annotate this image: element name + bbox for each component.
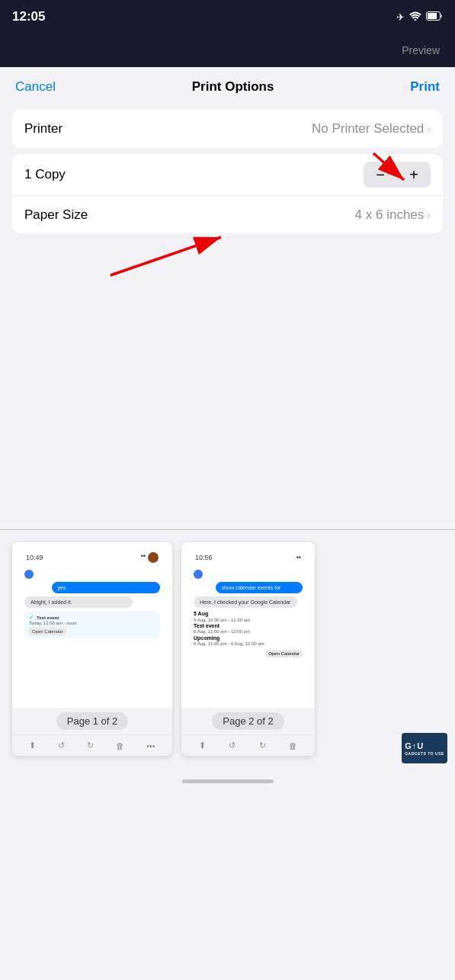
thumb-toolbar-1: ⬆ ↺ ↻ 🗑 ••• xyxy=(12,734,172,756)
page-1-content: 10:49 •• yes Alright, I added it. ✓ xyxy=(12,542,172,708)
thumb-dots-icon: •• xyxy=(141,552,146,563)
thumb-avatar xyxy=(148,552,159,563)
share-icon-2[interactable]: ⬆ xyxy=(199,741,206,750)
thumb-msg-added: Alright, I added it. xyxy=(24,596,133,608)
copy-label: 1 Copy xyxy=(24,167,66,182)
svg-point-0 xyxy=(415,19,417,21)
cancel-button[interactable]: Cancel xyxy=(15,79,56,95)
page-1-thumbnail[interactable]: 10:49 •• yes Alright, I added it. ✓ xyxy=(12,542,172,756)
preview-label: Preview xyxy=(402,44,440,56)
thumb-open-cal-1: Open Calendar xyxy=(29,628,66,635)
status-bar: 12:05 ✈ xyxy=(0,0,455,34)
page-2-label: Page 2 of 2 xyxy=(212,712,284,730)
thumb-chat-1: yes Alright, I added it. ✓ Test event To… xyxy=(20,565,165,646)
thumb-time-3: 5 Aug, 11:00 pm - 6 Aug, 12:00 am xyxy=(194,641,303,646)
paper-size-label: Paper Size xyxy=(24,207,88,223)
paper-size-value: 4 x 6 inches › xyxy=(355,207,431,223)
thumb-toolbar-2: ⬆ ↺ ↻ 🗑 xyxy=(181,734,315,756)
share-icon[interactable]: ⬆ xyxy=(29,741,36,750)
paper-size-row[interactable]: Paper Size 4 x 6 inches › xyxy=(12,195,443,233)
thumb-upcoming: Upcoming xyxy=(194,635,303,641)
rotate-right-icon-2[interactable]: ↻ xyxy=(259,741,266,750)
copy-row: 1 Copy − + xyxy=(12,154,443,195)
thumb-status-2: 10:56 •• xyxy=(189,550,307,565)
decrement-button[interactable]: − xyxy=(364,162,397,188)
rotate-left-icon-2[interactable]: ↺ xyxy=(229,741,236,750)
page-2-label-bar: Page 2 of 2 xyxy=(181,708,315,734)
thumb-status-1: 10:49 •• xyxy=(20,550,165,565)
svg-rect-2 xyxy=(428,13,437,19)
thumb-time-2: 5 Aug, 11:00 am - 12:00 pm xyxy=(194,629,303,634)
options-card: 1 Copy − + Paper Size 4 x 6 inches › xyxy=(12,154,443,233)
thumb-chat-2: show calendar events for Here, I checked… xyxy=(189,565,307,653)
thumb-assistant-dot-2 xyxy=(194,570,203,579)
rotate-left-icon[interactable]: ↺ xyxy=(58,741,65,750)
thumb-event-1: ✓ Test event Today, 11:00 am - noon Open… xyxy=(24,611,160,638)
printer-value: No Printer Selected › xyxy=(312,121,431,137)
rotate-right-icon[interactable]: ↻ xyxy=(87,741,94,750)
status-icons: ✈ xyxy=(396,11,443,23)
copy-stepper: − + xyxy=(364,162,431,188)
thumb-time-1: 5 Aug, 10:30 am - 11:30 am xyxy=(194,618,303,622)
printer-row[interactable]: Printer No Printer Selected › xyxy=(12,110,443,148)
more-icon[interactable]: ••• xyxy=(146,741,155,750)
empty-space xyxy=(0,239,455,529)
watermark: G↑U GADGETS TO USE xyxy=(402,733,447,763)
trash-icon[interactable]: 🗑 xyxy=(116,741,124,750)
airplane-icon: ✈ xyxy=(396,11,405,23)
page-1-label-bar: Page 1 of 2 xyxy=(12,708,172,734)
page-1-label: Page 1 of 2 xyxy=(56,712,129,730)
paper-size-chevron: › xyxy=(427,209,431,221)
printer-chevron: › xyxy=(427,123,431,135)
thumbnails-area: 10:49 •• yes Alright, I added it. ✓ xyxy=(0,530,455,768)
status-time: 12:05 xyxy=(12,9,45,24)
thumb-msg-yes: yes xyxy=(52,582,160,593)
thumb-msg-checked: Here, I checked your Google Calendar xyxy=(194,596,297,608)
battery-icon xyxy=(426,11,443,23)
printer-label: Printer xyxy=(24,121,62,137)
page-2-thumbnail[interactable]: 10:56 •• show calendar events for Here, … xyxy=(181,542,315,756)
wifi-icon xyxy=(409,11,421,23)
thumb-open-cal-2: Open Calendar xyxy=(265,650,303,657)
increment-button[interactable]: + xyxy=(397,162,431,188)
page-title: Print Options xyxy=(192,79,274,95)
home-indicator xyxy=(0,768,455,794)
trash-icon-2[interactable]: 🗑 xyxy=(289,741,297,750)
page-2-content: 10:56 •• show calendar events for Here, … xyxy=(181,542,315,708)
print-button[interactable]: Print xyxy=(410,79,440,95)
thumb-msg-cal: show calendar events for xyxy=(216,582,303,593)
preview-bar: Preview xyxy=(0,34,455,67)
thumb-assistant-dot xyxy=(24,570,34,579)
print-options-sheet: Cancel Print Options Print Printer No Pr… xyxy=(0,67,455,794)
home-bar xyxy=(182,779,274,783)
thumb-event-name: Test event xyxy=(194,623,303,628)
nav-bar: Cancel Print Options Print xyxy=(0,67,455,104)
thumb-date: 5 Aug xyxy=(194,611,303,616)
printer-card: Printer No Printer Selected › xyxy=(12,110,443,148)
